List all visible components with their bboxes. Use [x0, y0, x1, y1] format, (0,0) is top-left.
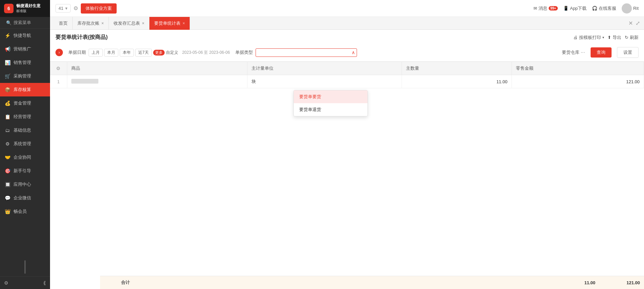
export-button[interactable]: ⬆ 导出 [607, 35, 621, 41]
operations-icon: 📋 [4, 113, 11, 120]
filter-area: › 单据日期 上月 本月 本年 近7天 更多 自定义 2023-05-06 至 … [50, 44, 644, 62]
footer-amount: 121.00 [599, 280, 640, 285]
type-filter-label: 单据类型 [235, 49, 253, 55]
header-left: 41 ▾ ⚙ 体验行业方案 [55, 3, 117, 14]
system-icon: ⚙ [4, 140, 11, 147]
sidebar-bottom: ⚙ ⟪ [0, 276, 50, 289]
date-prev-month[interactable]: 上月 [89, 49, 103, 57]
sidebar-item-label: 经营管理 [14, 114, 31, 120]
date-filter-group: 单据日期 上月 本月 本年 近7天 更多 自定义 2023-05-06 至 20… [68, 49, 230, 57]
sidebar: 6 畅捷通好生意 标准版 🔍 搜索菜单 ⚡ 快捷导航 📢 营销推广 📊 销售管理… [0, 0, 50, 289]
date-this-year[interactable]: 本年 [120, 49, 134, 57]
type-input[interactable] [256, 48, 357, 57]
sidebar-item-label: 基础信息 [14, 127, 31, 133]
sidebar-item-enterprise[interactable]: 🤝 企业协同 [0, 151, 50, 164]
app-download-button[interactable]: 📱 App下载 [563, 5, 587, 12]
user-avatar[interactable]: Rit [622, 3, 639, 14]
trial-button[interactable]: 体验行业方案 [81, 3, 117, 14]
logo-sub: 标准版 [16, 9, 41, 14]
sidebar-nav: ⚡ 快捷导航 📢 营销推广 📊 销售管理 🛒 采购管理 📦 库存核算 💰 资金管… [0, 29, 50, 260]
printer-icon: 🖨 [573, 35, 578, 40]
row-quantity: 11.00 [402, 75, 511, 88]
date-shortcuts: 上月 本月 本年 近7天 更多 自定义 [89, 49, 178, 57]
tab-batch-account[interactable]: 库存批次账 × [73, 17, 109, 30]
type-chevron-up-icon[interactable]: ∧ [352, 50, 355, 55]
tab-batch-account-close[interactable]: × [101, 21, 104, 26]
messages-label: 消息 [539, 5, 547, 12]
tab-bar: 首页 库存批次账 × 收发存汇总表 × 要货单统计表 × ✕ ⤢ [50, 17, 644, 30]
online-service-button[interactable]: 🎧 在线客服 [592, 5, 616, 12]
tab-home[interactable]: 首页 [54, 17, 73, 30]
query-button[interactable]: 查询 [591, 47, 612, 58]
refresh-button[interactable]: ↻ 刷新 [625, 35, 639, 41]
tab-close-all-icon[interactable]: ✕ [628, 20, 633, 26]
purchase-icon: 🛒 [4, 73, 11, 80]
type-dropdown: 要货单要货 要货单退货 [293, 90, 368, 116]
collapse-icon[interactable]: ⟪ [43, 280, 46, 286]
print-button[interactable]: 🖨 按模板打印 ▾ [573, 35, 604, 41]
footer-label: 合计 [121, 280, 511, 286]
row-index: 1 [50, 75, 67, 88]
filter-toggle-button[interactable]: › [55, 49, 63, 56]
sidebar-item-system[interactable]: ⚙ 系统管理 [0, 137, 50, 151]
page-content: 要货单统计表(按商品) 🖨 按模板打印 ▾ ⬆ 导出 ↻ 刷新 › [50, 30, 644, 289]
service-icon: 🎧 [592, 6, 597, 11]
store-selector[interactable]: 41 ▾ [55, 4, 71, 13]
sidebar-item-label: 企业微信 [14, 195, 31, 201]
sidebar-item-operations[interactable]: 📋 经营管理 [0, 110, 50, 124]
sidebar-item-label: 营销推广 [14, 46, 31, 52]
tab-delivery-summary-close[interactable]: × [142, 21, 144, 26]
tab-expand-icon[interactable]: ⤢ [636, 20, 640, 26]
filter-settings-button[interactable]: 设置 [617, 47, 639, 58]
tab-delivery-summary-label: 收发存汇总表 [114, 20, 140, 26]
sidebar-item-purchase[interactable]: 🛒 采购管理 [0, 69, 50, 83]
tab-order-stats[interactable]: 要货单统计表 × [149, 17, 190, 30]
sidebar-item-membership[interactable]: 👑 畅会员 [0, 205, 50, 218]
search-menu[interactable]: 🔍 搜索菜单 [0, 17, 50, 29]
warehouse-more-icon[interactable]: ··· [581, 49, 585, 55]
sidebar-item-app-center[interactable]: 🔲 应用中心 [0, 178, 50, 191]
page-header: 要货单统计表(按商品) 🖨 按模板打印 ▾ ⬆ 导出 ↻ 刷新 [50, 30, 644, 44]
date-last-7-days[interactable]: 近7天 [135, 49, 152, 57]
sidebar-item-marketing[interactable]: 📢 营销推广 [0, 42, 50, 56]
sidebar-item-base-info[interactable]: 🗂 基础信息 [0, 124, 50, 137]
tab-delivery-summary[interactable]: 收发存汇总表 × [109, 17, 149, 30]
col-settings[interactable]: ⚙ [50, 62, 67, 75]
sidebar-item-label: 库存核算 [14, 87, 31, 93]
sidebar-item-guide[interactable]: 🎯 新手引导 [0, 164, 50, 178]
dropdown-item-order-request[interactable]: 要货单要货 [294, 90, 367, 103]
date-more-badge[interactable]: 更多 [153, 50, 165, 55]
enterprise-icon: 🤝 [4, 154, 11, 161]
messages-button[interactable]: ✉ 消息 99+ [533, 5, 558, 12]
settings-icon[interactable]: ⚙ [4, 280, 8, 286]
col-goods: 商品 [67, 62, 247, 75]
sidebar-item-label: 采购管理 [14, 73, 31, 79]
phone-icon: 📱 [563, 6, 569, 11]
sidebar-item-inventory[interactable]: 📦 库存核算 [0, 83, 50, 96]
tab-order-stats-label: 要货单统计表 [154, 20, 181, 26]
row-goods [67, 75, 247, 88]
sidebar-item-quick-nav[interactable]: ⚡ 快捷导航 [0, 29, 50, 42]
gear-settings-icon[interactable]: ⚙ [73, 5, 78, 12]
top-header: 41 ▾ ⚙ 体验行业方案 ✉ 消息 99+ 📱 App下载 🎧 在线客服 R [50, 0, 644, 17]
row-unit: 块 [247, 75, 402, 88]
avatar-image [622, 3, 632, 14]
column-settings-icon[interactable]: ⚙ [56, 66, 61, 71]
sidebar-item-label: 资金管理 [14, 100, 31, 106]
tab-bar-actions: ✕ ⤢ [628, 20, 640, 26]
table-row: 1 块 11.00 121.00 [50, 75, 644, 88]
sidebar-item-sales[interactable]: 📊 销售管理 [0, 56, 50, 69]
store-number: 41 [58, 6, 63, 11]
chevron-down-icon: ▾ [65, 6, 68, 11]
dropdown-item-order-return[interactable]: 要货单退货 [294, 103, 367, 116]
sidebar-item-finance[interactable]: 💰 资金管理 [0, 96, 50, 110]
sidebar-item-label: 系统管理 [14, 141, 31, 147]
sidebar-item-enterprise-wechat[interactable]: 💬 企业微信 [0, 191, 50, 205]
date-custom-btn[interactable]: 自定义 [166, 50, 178, 55]
date-this-month[interactable]: 本月 [104, 49, 118, 57]
sidebar-item-label: 快捷导航 [14, 32, 31, 39]
scroll-indicator [24, 260, 26, 274]
col-quantity: 主数量 [402, 62, 511, 75]
tab-order-stats-close[interactable]: × [183, 21, 185, 26]
enterprise-wechat-icon: 💬 [4, 195, 11, 201]
